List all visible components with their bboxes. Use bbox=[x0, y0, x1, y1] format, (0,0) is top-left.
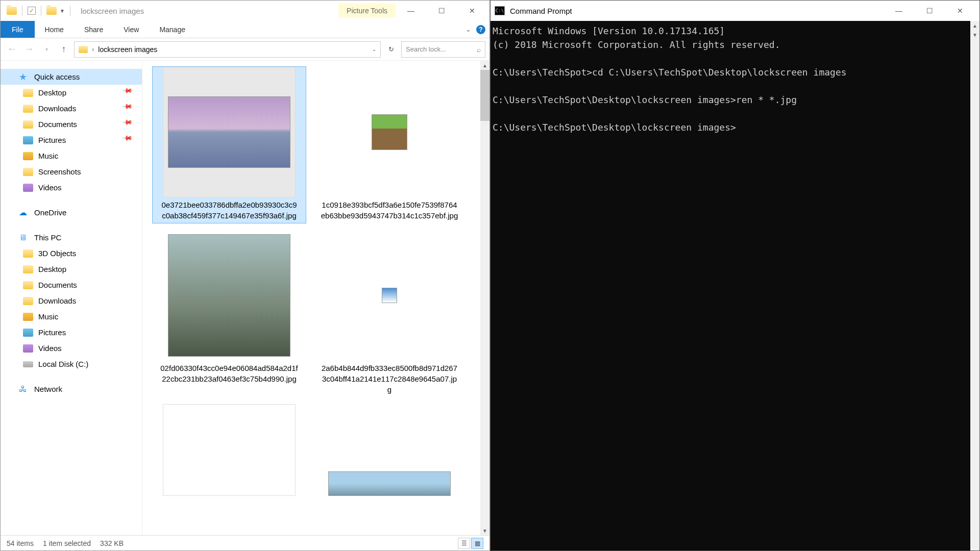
folder-icon bbox=[23, 89, 33, 97]
sidebar-item-pictures2[interactable]: Pictures bbox=[1, 324, 142, 340]
scroll-down-icon[interactable]: ▼ bbox=[970, 30, 979, 39]
titlebar: ✓ ▼ lockscreen images Picture Tools — ☐ … bbox=[1, 1, 489, 21]
cmd-minimize-button[interactable]: — bbox=[884, 1, 914, 21]
scroll-thumb[interactable] bbox=[480, 70, 489, 121]
sidebar-item-videos2[interactable]: Videos bbox=[1, 340, 142, 356]
file-item[interactable]: 02fd06330f43cc0e94e06084ad584a2d1f22cbc2… bbox=[153, 230, 306, 397]
sidebar-item-music2[interactable]: Music bbox=[1, 309, 142, 324]
command-prompt-window: C:\ Command Prompt — ☐ ✕ Microsoft Windo… bbox=[490, 0, 980, 551]
sidebar-item-downloads[interactable]: Downloads📌 bbox=[1, 101, 142, 116]
properties-icon[interactable]: ✓ bbox=[28, 7, 36, 15]
statusbar: 54 items 1 item selected 332 KB ☰ ▦ bbox=[1, 535, 489, 550]
share-tab[interactable]: Share bbox=[74, 21, 113, 38]
sidebar-item-videos[interactable]: Videos bbox=[1, 180, 142, 195]
sidebar-item-thispc[interactable]: 🖥This PC bbox=[1, 230, 142, 245]
folder-icon bbox=[23, 265, 33, 273]
folder-icon bbox=[23, 184, 33, 192]
file-item[interactable] bbox=[313, 404, 466, 496]
sidebar-item-network[interactable]: 🖧Network bbox=[1, 381, 142, 397]
pin-icon: 📌 bbox=[122, 85, 137, 100]
details-view-button[interactable]: ☰ bbox=[458, 538, 470, 549]
thumbnail-view-button[interactable]: ▦ bbox=[471, 538, 483, 549]
cmd-title: Command Prompt bbox=[505, 7, 572, 15]
chevron-right-icon[interactable]: › bbox=[92, 45, 94, 53]
cmd-titlebar: C:\ Command Prompt — ☐ ✕ bbox=[491, 1, 979, 21]
minimize-button[interactable]: — bbox=[396, 1, 426, 21]
folder-icon bbox=[23, 249, 33, 258]
file-name: 02fd06330f43cc0e94e06084ad584a2d1f22cbc2… bbox=[158, 361, 301, 386]
star-icon: ★ bbox=[19, 73, 29, 81]
file-item[interactable]: 0e3721bee033786dbffa2e0b93930c3c9c0ab38c… bbox=[153, 67, 306, 223]
sidebar-item-3dobjects[interactable]: 3D Objects bbox=[1, 245, 142, 261]
sidebar-item-desktop[interactable]: Desktop📌 bbox=[1, 85, 142, 101]
cmd-output[interactable]: Microsoft Windows [Version 10.0.17134.16… bbox=[491, 21, 970, 550]
search-input[interactable]: Search lock... ⌕ bbox=[401, 41, 485, 58]
address-dropdown-icon[interactable]: ⌄ bbox=[372, 46, 376, 52]
sidebar-item-music[interactable]: Music bbox=[1, 148, 142, 164]
folder-icon bbox=[23, 313, 33, 321]
sidebar-item-screenshots[interactable]: Screenshots bbox=[1, 164, 142, 180]
qat-dropdown[interactable]: ▼ bbox=[60, 8, 65, 14]
folder-icon bbox=[23, 281, 33, 289]
navbar: ← → ▾ ↑ › lockscreen images ⌄ ↻ Search l… bbox=[1, 38, 489, 61]
status-size: 332 KB bbox=[100, 539, 124, 547]
thumbnail bbox=[163, 67, 296, 197]
network-icon: 🖧 bbox=[19, 385, 29, 393]
scroll-up-icon[interactable]: ▲ bbox=[480, 61, 489, 70]
cmd-scrollbar[interactable]: ▲ ▼ bbox=[970, 21, 979, 550]
file-item[interactable] bbox=[153, 404, 306, 496]
refresh-button[interactable]: ↻ bbox=[384, 45, 398, 53]
file-item[interactable]: 2a6b4b844d9fb333ec8500fb8d971d2673c04bff… bbox=[313, 230, 466, 397]
file-name: 2a6b4b844d9fb333ec8500fb8d971d2673c04bff… bbox=[318, 361, 461, 397]
folder-icon bbox=[23, 120, 33, 129]
sidebar-item-desktop2[interactable]: Desktop bbox=[1, 261, 142, 277]
picture-tools-tab[interactable]: Picture Tools bbox=[338, 4, 396, 18]
maximize-button[interactable]: ☐ bbox=[426, 1, 457, 21]
close-button[interactable]: ✕ bbox=[457, 1, 487, 21]
sidebar-item-documents2[interactable]: Documents bbox=[1, 277, 142, 293]
nav-recent-dropdown[interactable]: ▾ bbox=[39, 42, 54, 57]
home-tab[interactable]: Home bbox=[35, 21, 74, 38]
sidebar-item-localdisk[interactable]: Local Disk (C:) bbox=[1, 356, 142, 372]
folder-icon bbox=[23, 344, 33, 353]
cmd-maximize-button[interactable]: ☐ bbox=[914, 1, 945, 21]
folder-icon bbox=[79, 46, 88, 53]
nav-up-button[interactable]: ↑ bbox=[57, 42, 71, 57]
manage-tab[interactable]: Manage bbox=[149, 21, 195, 38]
file-grid: 0e3721bee033786dbffa2e0b93930c3c9c0ab38c… bbox=[142, 61, 480, 535]
sidebar-item-quick-access[interactable]: ★ Quick access bbox=[1, 69, 142, 85]
file-tab[interactable]: File bbox=[1, 21, 35, 38]
folder-icon bbox=[23, 152, 33, 160]
file-explorer-window: ✓ ▼ lockscreen images Picture Tools — ☐ … bbox=[0, 0, 490, 551]
window-title: lockscreen images bbox=[77, 7, 338, 15]
cmd-close-button[interactable]: ✕ bbox=[945, 1, 975, 21]
folder-icon bbox=[7, 7, 17, 15]
address-bar[interactable]: › lockscreen images ⌄ bbox=[74, 41, 381, 58]
sidebar-item-documents[interactable]: Documents📌 bbox=[1, 116, 142, 132]
folder-icon bbox=[23, 297, 33, 305]
ribbon: File Home Share View Manage ⌄ ? bbox=[1, 21, 489, 38]
view-tab[interactable]: View bbox=[113, 21, 149, 38]
status-item-count: 54 items bbox=[7, 539, 34, 547]
file-name: 0e3721bee033786dbffa2e0b93930c3c9c0ab38c… bbox=[158, 197, 301, 223]
sidebar-item-onedrive[interactable]: ☁OneDrive bbox=[1, 205, 142, 220]
nav-back-button[interactable]: ← bbox=[5, 42, 19, 57]
navigation-sidebar: ★ Quick access Desktop📌 Downloads📌 Docum… bbox=[1, 61, 142, 535]
file-item[interactable]: 1c0918e393bcf5df3a6e150fe7539f8764eb63bb… bbox=[313, 67, 466, 223]
search-icon[interactable]: ⌕ bbox=[477, 45, 481, 54]
folder-icon bbox=[23, 136, 33, 144]
qat-folder-icon[interactable] bbox=[46, 7, 57, 15]
sidebar-item-pictures[interactable]: Pictures📌 bbox=[1, 132, 142, 148]
pc-icon: 🖥 bbox=[19, 234, 29, 242]
ribbon-expand-icon[interactable]: ⌄ bbox=[465, 26, 471, 33]
help-icon[interactable]: ? bbox=[476, 25, 485, 34]
scroll-up-icon[interactable]: ▲ bbox=[970, 21, 979, 30]
nav-forward-button[interactable]: → bbox=[22, 42, 36, 57]
sidebar-item-downloads2[interactable]: Downloads bbox=[1, 293, 142, 309]
thumbnail bbox=[323, 230, 456, 361]
thumbnail bbox=[163, 230, 296, 361]
folder-icon bbox=[23, 329, 33, 337]
scrollbar[interactable]: ▲ ▼ bbox=[480, 61, 489, 535]
breadcrumb-segment[interactable]: lockscreen images bbox=[98, 45, 157, 54]
scroll-down-icon[interactable]: ▼ bbox=[480, 526, 489, 535]
